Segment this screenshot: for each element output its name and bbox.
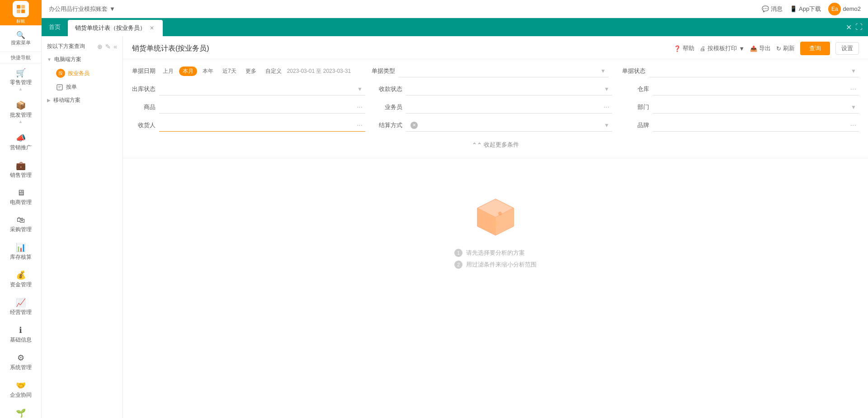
industry-label: 办公用品行业模拟账套 bbox=[49, 5, 108, 13]
tree-mobile-header[interactable]: ▶ 移动端方案 bbox=[42, 94, 123, 107]
content-area: 按以下方案查询 ⊕ ✎ « ▼ 电脑端方案 按 按业务员 bbox=[42, 36, 868, 418]
sidebar-item-sales[interactable]: 💼 销售管理 bbox=[0, 156, 41, 184]
app-logo-icon bbox=[13, 1, 29, 17]
tree-arrow-down: ▼ bbox=[47, 57, 52, 62]
goods-dots-icon[interactable]: ··· bbox=[357, 103, 363, 111]
type-label: 单据类型 bbox=[372, 67, 399, 75]
home-tab-label: 首页 bbox=[49, 23, 61, 31]
collapse-chevron-icon: ⌃⌃ bbox=[472, 142, 482, 148]
receive-chevron-icon: ▼ bbox=[604, 86, 609, 92]
sidebar-item-purchase[interactable]: 🛍 采购管理 bbox=[0, 211, 41, 238]
sidebar-item-ecommerce[interactable]: 🖥 电商管理 bbox=[0, 184, 41, 211]
tip-2-num: 2 bbox=[454, 261, 462, 269]
empty-illustration bbox=[473, 195, 518, 240]
date-label: 单据日期 bbox=[132, 67, 159, 75]
collapse-panel-btn[interactable]: « bbox=[113, 43, 117, 50]
brand-input[interactable]: ··· bbox=[653, 119, 859, 132]
help-btn[interactable]: ❓ 帮助 bbox=[674, 44, 694, 52]
out-status-label: 出库状态 bbox=[132, 85, 159, 93]
warehouse-input[interactable]: ··· bbox=[653, 83, 859, 95]
receiver-input[interactable]: ··· bbox=[159, 119, 365, 132]
quick-nav-label[interactable]: 快捷导航 bbox=[0, 52, 41, 63]
sidebar-item-system[interactable]: ⚙ 系统管理 bbox=[0, 348, 41, 376]
page-actions: ❓ 帮助 🖨 按模板打印 ▼ 📤 导出 ↻ 刷新 bbox=[674, 42, 859, 55]
filter-row-2: 出库状态 ▼ 收款状态 ▼ 仓库 bbox=[132, 83, 859, 95]
tree-item-by-order[interactable]: 按单 bbox=[51, 81, 123, 94]
sidebar-search-area: 🔍 搜索菜单 bbox=[0, 25, 41, 52]
sidebar-item-retail[interactable]: 🛒 零售管理 ▲ bbox=[0, 63, 41, 96]
dept-select[interactable]: ▼ bbox=[653, 101, 859, 114]
collapse-conditions-btn[interactable]: ⌃⌃ 收起更多条件 bbox=[472, 141, 519, 149]
date-btn-more[interactable]: 更多 bbox=[242, 66, 260, 76]
expand-btn[interactable]: ⛶ bbox=[855, 23, 863, 31]
sidebar-item-newbie[interactable]: 🌱 新手引导 bbox=[0, 404, 41, 418]
settlement-chevron-icon: ▼ bbox=[604, 122, 609, 128]
purchase-icon: 🛍 bbox=[17, 215, 25, 225]
goods-input[interactable]: ··· bbox=[159, 101, 365, 114]
search-menu-btn[interactable]: 🔍 搜索菜单 bbox=[0, 29, 41, 48]
date-btn-custom[interactable]: 自定义 bbox=[262, 66, 285, 76]
edit-scheme-btn[interactable]: ✎ bbox=[105, 43, 111, 50]
query-btn[interactable]: 查询 bbox=[800, 42, 830, 55]
message-btn[interactable]: 💬 消息 bbox=[762, 5, 783, 13]
add-scheme-btn[interactable]: ⊕ bbox=[97, 43, 103, 50]
staff-scheme-label: 按业务员 bbox=[68, 70, 90, 77]
basic-icon: ℹ bbox=[19, 325, 22, 335]
filter-type: 单据类型 ▼ bbox=[372, 65, 609, 77]
tree-desktop-header[interactable]: ▼ 电脑端方案 bbox=[42, 53, 123, 66]
page-title: 销货单统计表(按业务员) bbox=[132, 44, 209, 53]
tree-mobile: ▶ 移动端方案 bbox=[42, 94, 123, 107]
dept-label: 部门 bbox=[626, 103, 653, 111]
system-icon: ⚙ bbox=[17, 353, 24, 363]
settings-btn[interactable]: 设置 bbox=[835, 42, 859, 55]
receiver-dots-icon[interactable]: ··· bbox=[357, 121, 363, 129]
order-scheme-icon bbox=[56, 84, 63, 91]
sidebar-logo[interactable]: 标账 bbox=[0, 0, 42, 25]
sidebar-item-wholesale[interactable]: 📦 批发管理 ▲ bbox=[0, 96, 41, 128]
sidebar-item-operation[interactable]: 📈 经营管理 bbox=[0, 293, 41, 321]
filter-receive-status: 收款状态 ▼ bbox=[379, 83, 612, 95]
tab-home[interactable]: 首页 bbox=[42, 18, 68, 36]
date-btn-this-year[interactable]: 本年 bbox=[199, 66, 217, 76]
staff-dots-icon[interactable]: ··· bbox=[604, 103, 609, 111]
tip-1-text: 请先选择要分析的方案 bbox=[466, 249, 525, 257]
out-status-select[interactable]: ▼ bbox=[159, 83, 365, 95]
sidebar-item-inventory[interactable]: 📊 库存核算 bbox=[0, 238, 41, 266]
type-select[interactable]: ▼ bbox=[399, 65, 609, 77]
filter-staff: 业务员 ··· bbox=[379, 101, 612, 114]
sidebar-item-basic[interactable]: ℹ 基础信息 bbox=[0, 321, 41, 348]
brand-dots-icon[interactable]: ··· bbox=[850, 121, 856, 129]
user-menu-btn[interactable]: Ea demo2 bbox=[828, 3, 861, 15]
tree-desktop-label: 电脑端方案 bbox=[54, 56, 81, 63]
filter-warehouse: 仓库 ··· bbox=[626, 83, 859, 95]
date-range-text: 2023-03-01 至 2023-03-31 bbox=[287, 67, 351, 75]
empty-tip-1: 1 请先选择要分析的方案 bbox=[454, 249, 537, 257]
finance-icon: 💰 bbox=[16, 270, 26, 280]
tree-item-by-staff[interactable]: 按 按业务员 bbox=[51, 66, 123, 81]
industry-selector[interactable]: 办公用品行业模拟账套 ▼ bbox=[49, 5, 115, 13]
date-btn-7days[interactable]: 近7天 bbox=[219, 66, 240, 76]
receive-select[interactable]: ▼ bbox=[406, 83, 612, 95]
svg-rect-0 bbox=[17, 5, 20, 9]
tab-close-btn[interactable]: ✕ bbox=[148, 24, 156, 32]
sidebar-item-finance[interactable]: 💰 资金管理 bbox=[0, 266, 41, 293]
sidebar-item-collab[interactable]: 🤝 企业协同 bbox=[0, 376, 41, 404]
template-print-btn[interactable]: 🖨 按模板打印 ▼ bbox=[700, 44, 745, 52]
date-btn-this-month[interactable]: 本月 bbox=[179, 66, 197, 76]
status-select[interactable]: ▼ bbox=[649, 65, 859, 77]
export-btn[interactable]: 📤 导出 bbox=[750, 44, 771, 52]
tree-desktop: ▼ 电脑端方案 按 按业务员 按单 bbox=[42, 53, 123, 94]
app-download-btn[interactable]: 📱 App下载 bbox=[790, 5, 821, 13]
sidebar-item-marketing[interactable]: 📣 营销推广 bbox=[0, 128, 41, 156]
settlement-select[interactable]: ✕ ▼ bbox=[406, 119, 612, 132]
retail-icon: 🛒 bbox=[16, 68, 26, 78]
date-btn-last-month[interactable]: 上月 bbox=[159, 66, 177, 76]
staff-input[interactable]: ··· bbox=[406, 101, 612, 114]
warehouse-dots-icon[interactable]: ··· bbox=[850, 85, 856, 93]
empty-state: 1 请先选择要分析的方案 2 用过滤条件来缩小分析范围 bbox=[123, 158, 868, 305]
tab-sales-stat[interactable]: 销货单统计表（按业务员） ✕ bbox=[68, 20, 163, 36]
refresh-btn[interactable]: ↻ 刷新 bbox=[776, 44, 795, 52]
receiver-label: 收货人 bbox=[132, 121, 159, 129]
settlement-clear-btn[interactable]: ✕ bbox=[410, 122, 418, 129]
close-tab-btn[interactable]: ✕ bbox=[846, 23, 852, 32]
